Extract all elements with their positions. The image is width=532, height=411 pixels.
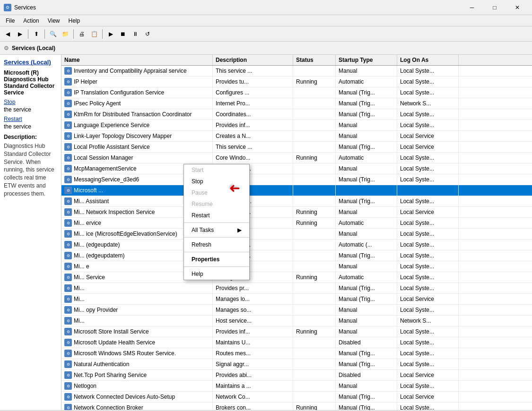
table-row[interactable]: ⚙Mi... ice (MicrosoftEdgeElevationServic… [61, 229, 532, 240]
table-row[interactable]: ⚙Mi... erviceHelps prote...RunningAutoma… [61, 218, 532, 229]
maximize-button[interactable]: □ [484, 0, 506, 15]
table-row[interactable]: ⚙Natural AuthenticationSignal aggr...Man… [61, 359, 532, 370]
service-name: KtmRm for Distributed Transaction Coordi… [74, 111, 192, 118]
table-row[interactable]: ⚙Mi... (edgeupdate)Keeps your ...Automat… [61, 240, 532, 250]
table-row[interactable]: ⚙Mi...Provides pr...Manual (Trig...Local… [61, 283, 532, 294]
table-row[interactable]: ⚙Mi...Manages lo...Manual (Trig...Local … [61, 294, 532, 305]
stop-link[interactable]: Stop [4, 99, 57, 105]
service-name: MessagingService_d3ed6 [74, 176, 139, 183]
table-row[interactable]: ⚙Mi...Host service...ManualNetwork S... [61, 316, 532, 326]
context-menu-item-properties[interactable]: Properties [184, 254, 249, 265]
selected-service-title: Microsoft (R) Diagnostics Hub Standard C… [4, 69, 57, 96]
service-logon: Local Syste... [397, 196, 459, 206]
col-name[interactable]: Name [61, 55, 213, 65]
service-startup: Manual (Trig... [336, 109, 397, 120]
context-menu-item-restart[interactable]: Restart [184, 210, 249, 221]
folders-button[interactable]: 📁 [60, 28, 71, 40]
service-startup: Manual (Trig... [336, 174, 397, 185]
menu-help[interactable]: Help [65, 17, 84, 25]
pause-toolbar-button[interactable]: ⏸ [130, 28, 141, 40]
table-row[interactable]: ⚙Mi... (edgeupdatem)Keeps your ...Manual… [61, 250, 532, 261]
service-status [293, 174, 336, 185]
service-status [293, 66, 336, 76]
service-name-cell: ⚙IP Helper [61, 77, 213, 87]
service-startup: Manual [336, 229, 397, 239]
table-row[interactable]: ⚙NetlogonMaintains a ...ManualLocal Syst… [61, 381, 532, 392]
table-row[interactable]: ⚙MessagingService_d3ed6Service sup...Man… [61, 174, 532, 185]
service-status [293, 87, 336, 98]
col-description[interactable]: Description [213, 55, 293, 65]
table-row[interactable]: ⚙Microsoft Windows SMS Router Service.Ro… [61, 348, 532, 359]
table-row[interactable]: ⚙Microsoft ... [61, 185, 532, 196]
table-row[interactable]: ⚙Microsoft Update Health ServiceMaintain… [61, 337, 532, 348]
service-startup: Disabled [336, 370, 397, 380]
table-row[interactable]: ⚙McpManagementService<Failed to R...Manu… [61, 163, 532, 174]
service-icon: ⚙ [64, 241, 72, 248]
table-row[interactable]: ⚙Local Profile Assistant ServiceThis ser… [61, 142, 532, 153]
table-row[interactable]: ⚙Mi... ServiceManages re...RunningAutoma… [61, 272, 532, 283]
left-nav-header[interactable]: Services (Local) [4, 59, 57, 66]
restart-toolbar-button[interactable]: ↺ [142, 28, 153, 40]
service-logon: Local Syste... [397, 87, 459, 98]
context-menu-item-help[interactable]: Help [184, 268, 249, 280]
table-row[interactable]: ⚙Inventory and Compatibility Appraisal s… [61, 66, 532, 77]
table-row[interactable]: ⚙KtmRm for Distributed Transaction Coord… [61, 109, 532, 120]
service-logon: Local Syste... [397, 250, 459, 261]
table-row[interactable]: ⚙Net.Tcp Port Sharing ServiceProvides ab… [61, 370, 532, 381]
service-name: Mi... Network Inspection Service [74, 209, 155, 215]
menu-file[interactable]: File [2, 17, 18, 25]
col-startup[interactable]: Startup Type [336, 55, 397, 65]
table-row[interactable]: ⚙Mi... AssistantEnables use...Manual (Tr… [61, 196, 532, 207]
menu-action[interactable]: Action [19, 17, 43, 25]
service-name: Language Experience Service [74, 122, 149, 128]
table-row[interactable]: ⚙IP HelperProvides tu...RunningAutomatic… [61, 77, 532, 87]
table-row[interactable]: ⚙IPsec Policy AgentInternet Pro...Manual… [61, 98, 532, 109]
menu-view[interactable]: View [44, 17, 64, 25]
left-panel: Services (Local) Microsoft (R) Diagnosti… [0, 55, 61, 410]
table-row[interactable]: ⚙Mi... Network Inspection ServiceHelps g… [61, 207, 532, 218]
window-title: Services [14, 4, 36, 11]
table-row[interactable]: ⚙Language Experience ServiceProvides inf… [61, 120, 532, 131]
service-status [293, 98, 336, 109]
forward-button[interactable]: ▶ [14, 28, 26, 40]
service-logon: Local Syste... [397, 337, 459, 348]
stop-suffix: the service [4, 106, 31, 113]
service-name: Mi... Service [74, 274, 105, 281]
table-row[interactable]: ⚙Network Connection BrokerBrokers con...… [61, 402, 532, 410]
table-row[interactable]: ⚙Mi... opy ProviderManages so...ManualLo… [61, 305, 532, 316]
restart-link[interactable]: Restart [4, 116, 57, 122]
col-status[interactable]: Status [293, 55, 336, 65]
service-startup: Manual (Trig... [336, 250, 397, 261]
service-status: Running [293, 272, 336, 283]
back-button[interactable]: ◀ [2, 28, 13, 40]
up-button[interactable]: ⬆ [31, 28, 42, 40]
play-button[interactable]: ▶ [105, 28, 116, 40]
service-startup: Manual (Trig... [336, 142, 397, 152]
print-button[interactable]: 🖨 [76, 28, 87, 40]
service-logon: Local Syste... [397, 240, 459, 250]
service-status [293, 131, 336, 141]
table-row[interactable]: ⚙Mi... eManages In...ManualLocal Syste..… [61, 261, 532, 272]
search-button[interactable]: 🔍 [47, 28, 59, 40]
table-row[interactable]: ⚙Microsoft Store Install ServiceProvides… [61, 326, 532, 337]
col-logon[interactable]: Log On As [397, 55, 459, 65]
minimize-button[interactable]: ─ [461, 0, 483, 15]
arrow-indicator: ➜ [229, 181, 240, 197]
table-row[interactable]: ⚙Link-Layer Topology Discovery MapperCre… [61, 131, 532, 142]
close-button[interactable]: ✕ [506, 0, 528, 15]
service-name-cell: ⚙Netlogon [61, 381, 213, 391]
service-icon: ⚙ [64, 328, 72, 335]
table-row[interactable]: ⚙IP Translation Configuration ServiceCon… [61, 87, 532, 98]
stop-toolbar-button[interactable]: ⏹ [117, 28, 129, 40]
table-row[interactable]: ⚙Network Connected Devices Auto-SetupNet… [61, 392, 532, 402]
service-startup: Manual (Trig... [336, 348, 397, 359]
context-menu-item-refresh[interactable]: Refresh [184, 239, 249, 250]
service-name: IP Translation Configuration Service [74, 89, 164, 96]
properties-button[interactable]: 📋 [88, 28, 100, 40]
service-icon: ⚙ [64, 154, 72, 162]
service-name-cell: ⚙Microsoft Store Install Service [61, 326, 213, 337]
context-menu-item-all-tasks[interactable]: All Tasks▶ [184, 224, 249, 236]
service-status: Running [293, 326, 336, 337]
service-name-cell: ⚙Language Experience Service [61, 120, 213, 130]
table-row[interactable]: ⚙Local Session ManagerCore Windo...Runni… [61, 153, 532, 163]
